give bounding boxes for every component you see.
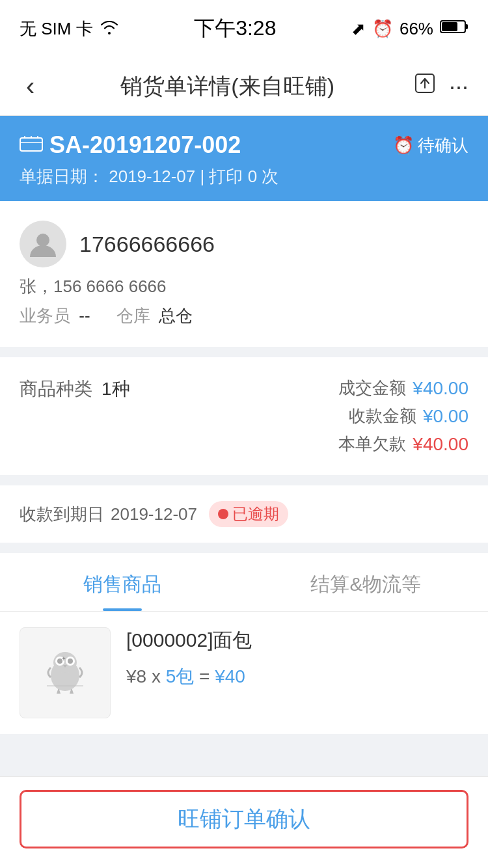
- status-bar: 无 SIM 卡 下午3:28 ⬈ ⏰ 66%: [0, 0, 488, 57]
- product-price-row: ¥8 x 5包 = ¥40: [126, 664, 468, 689]
- back-button[interactable]: ‹: [20, 65, 41, 107]
- wifi-icon: [100, 19, 119, 39]
- customer-info-row: 业务员 -- 仓库 总仓: [20, 305, 468, 327]
- customer-phone: 17666666666: [79, 232, 215, 257]
- owed-amount-value: ¥40.00: [413, 434, 468, 455]
- bottom-bar: 旺铺订单确认: [0, 776, 488, 868]
- due-date-label: 收款到期日: [20, 503, 104, 526]
- deal-amount-row: 成交金额 ¥40.00: [338, 377, 468, 400]
- order-status-text: 待确认: [418, 134, 468, 157]
- svg-rect-1: [465, 24, 468, 29]
- due-date-value: 2019-12-07: [111, 504, 197, 524]
- order-status-badge: ⏰ 待确认: [393, 134, 468, 157]
- order-id: SA-20191207-002: [20, 131, 241, 159]
- overdue-badge: 已逾期: [209, 501, 288, 527]
- battery-icon: [440, 19, 468, 39]
- status-bar-time: 下午3:28: [194, 14, 276, 43]
- received-amount-row: 收款金额 ¥0.00: [349, 405, 468, 427]
- share-icon[interactable]: [414, 72, 436, 100]
- page-title: 销货单详情(来自旺铺): [120, 72, 334, 102]
- product-item: + [0000002]面包 ¥8 x 5包 = ¥40: [0, 612, 488, 734]
- warehouse-label: 仓库 总仓: [116, 305, 193, 327]
- customer-section: 17666666666 张，156 6666 6666 业务员 -- 仓库 总仓: [0, 201, 488, 347]
- quantity-text: 5包: [166, 666, 195, 686]
- customer-name-detail: 张，156 6666 6666: [20, 275, 468, 298]
- status-bar-left: 无 SIM 卡: [20, 18, 119, 40]
- tab-settlement[interactable]: 结算&物流等: [244, 553, 488, 611]
- more-icon[interactable]: ···: [449, 73, 468, 100]
- location-icon: ⬈: [351, 19, 366, 39]
- status-bar-right: ⬈ ⏰ 66%: [351, 19, 468, 39]
- product-name: [0000002]面包: [126, 627, 468, 654]
- order-id-text: SA-20191207-002: [49, 131, 241, 159]
- order-header-card: SA-20191207-002 ⏰ 待确认 单据日期： 2019-12-07 |…: [0, 116, 488, 201]
- customer-row: 17666666666: [20, 221, 468, 267]
- summary-category: 商品种类 1种: [20, 377, 130, 401]
- product-info: [0000002]面包 ¥8 x 5包 = ¥40: [126, 627, 468, 689]
- equals-text: =: [194, 666, 215, 686]
- carrier-text: 无 SIM 卡: [20, 18, 93, 40]
- total-text: ¥40: [215, 666, 245, 686]
- battery-text: 66%: [400, 19, 433, 39]
- overdue-text: 已逾期: [232, 504, 279, 524]
- nav-actions: ···: [414, 72, 468, 100]
- summary-amounts: 成交金额 ¥40.00 收款金额 ¥0.00 本单欠款 ¥40.00: [338, 377, 468, 455]
- svg-rect-5: [20, 138, 42, 151]
- confirm-order-button[interactable]: 旺铺订单确认: [20, 790, 468, 848]
- product-thumb-owl-icon: +: [39, 648, 91, 698]
- svg-point-7: [36, 234, 49, 247]
- sales-label: 业务员 --: [20, 305, 90, 327]
- product-thumbnail: +: [20, 627, 111, 718]
- tabs-section: 销售商品 结算&物流等: [0, 553, 488, 734]
- alarm-icon: ⏰: [372, 19, 393, 39]
- received-amount-value: ¥0.00: [423, 406, 468, 427]
- overdue-dot-icon: [218, 509, 228, 519]
- order-header-top: SA-20191207-002 ⏰ 待确认: [20, 131, 468, 159]
- tab-sales-products[interactable]: 销售商品: [0, 553, 244, 611]
- avatar: [20, 221, 66, 267]
- tabs-row: 销售商品 结算&物流等: [0, 553, 488, 612]
- due-date-section: 收款到期日 2019-12-07 已逾期: [0, 485, 488, 543]
- price-text: ¥8 x: [126, 666, 166, 686]
- owed-amount-row: 本单欠款 ¥40.00: [338, 433, 468, 455]
- svg-point-13: [68, 658, 73, 664]
- order-id-icon: [20, 131, 43, 159]
- nav-bar: ‹ 销货单详情(来自旺铺) ···: [0, 57, 488, 116]
- deal-amount-value: ¥40.00: [413, 378, 468, 399]
- order-meta: 单据日期： 2019-12-07 | 打印 0 次: [20, 165, 468, 188]
- svg-text:+: +: [62, 655, 66, 662]
- summary-section: 商品种类 1种 成交金额 ¥40.00 收款金额 ¥0.00 本单欠款 ¥40.…: [0, 357, 488, 475]
- svg-rect-2: [442, 22, 457, 31]
- status-clock-icon: ⏰: [393, 135, 414, 156]
